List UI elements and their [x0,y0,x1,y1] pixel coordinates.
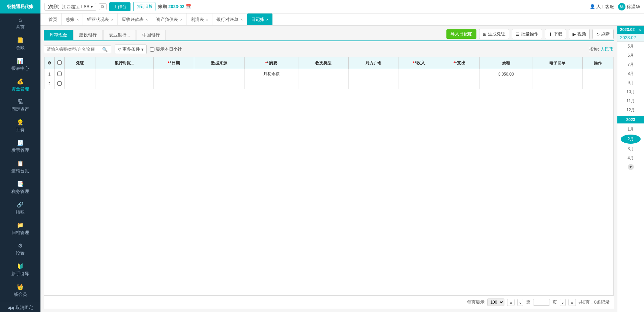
more-conditions-button[interactable]: ▽ 更多条件 ▾ [115,45,147,54]
row-checkbox[interactable] [55,69,65,79]
sidebar-item-label: 畅会员 [14,291,27,297]
per-page-select[interactable]: 100 50 200 [487,299,504,306]
batch-button[interactable]: ☰ 批量操作 [512,29,542,39]
col-action: 操作 [583,57,613,69]
tab-receivables[interactable]: 应收账款表 × [118,13,152,26]
video-button[interactable]: ▶ 视频 [569,29,590,39]
subtab-abc[interactable]: 农业银行... [103,30,136,40]
row-expense [439,69,480,79]
tab-journal[interactable]: 日记账 × [247,13,273,26]
gen-voucher-button[interactable]: ⊞ 生成凭证 [479,29,509,39]
show-today-checkbox-wrap[interactable]: 显示本日小计 [150,46,182,52]
date-month-8[interactable]: 8月 [617,69,644,78]
first-page-button[interactable]: « [507,299,514,306]
sidebar-item-assets[interactable]: 🏗 固定资产 [0,95,40,116]
date-month-3[interactable]: 3月 [617,144,644,153]
app-logo: 畅捷通易代账 [0,0,40,13]
row-counterpart [348,69,399,79]
download-button[interactable]: ⬇ 下载 [545,29,566,39]
customer-service[interactable]: 👤 人工客服 [590,4,614,10]
date-panel-close-button[interactable]: × [639,27,641,32]
close-icon[interactable]: × [146,18,148,22]
close-icon[interactable]: × [266,18,268,22]
row-checkbox[interactable] [55,79,65,89]
date-panel-prev[interactable]: 2023.02 [620,35,636,40]
date-month-7[interactable]: 7月 [617,60,644,69]
sidebar-item-settings[interactable]: ⚙ 设置 [0,239,40,260]
row-action[interactable] [583,79,613,89]
date-month-10[interactable]: 10月 [617,87,644,96]
show-today-checkbox[interactable] [150,47,154,52]
import-button[interactable]: 导入日记账 [446,29,476,39]
sidebar-item-archive[interactable]: 📁 归档管理 [0,219,40,239]
reports-icon: 📊 [17,58,24,64]
select-all-checkbox[interactable] [57,60,62,65]
row-action[interactable] [583,69,613,79]
col-checkbox[interactable] [55,57,65,69]
calendar-icon: 📅 [186,4,191,9]
company-selector[interactable]: (勿删）江西超宝-LSS ▾ [45,3,96,11]
sidebar-item-label: 发票管理 [11,147,29,153]
sidebar-item-guide[interactable]: 🔰 新手引导 [0,260,40,280]
search-icon[interactable]: 🔍 [102,47,108,52]
workbench-button[interactable]: 工作台 [109,2,130,11]
archive-icon: 📁 [17,222,24,228]
date-year-2023[interactable]: 2023 [617,116,644,123]
switch-button[interactable]: 切到旧版 [133,2,155,11]
close-icon[interactable]: × [77,18,79,22]
date-month-12[interactable]: 12月 [617,106,644,115]
date-month-11[interactable]: 11月 [617,96,644,106]
close-icon[interactable]: × [240,18,242,22]
total-records: 共0页，0条记录 [579,299,610,305]
sidebar-item-funds[interactable]: 💰 资金管理 [0,75,40,95]
sidebar-item-label: 归档管理 [11,230,29,236]
subtab-boc[interactable]: 中国银行 [137,30,166,40]
close-icon[interactable]: × [111,18,113,22]
sidebar-item-salary[interactable]: 👷 工资 [0,116,40,136]
close-icon[interactable]: × [206,18,208,22]
next-page-button[interactable]: › [560,299,566,306]
scroll-down-icon[interactable]: ▼ [628,164,634,170]
date-month-9[interactable]: 9月 [617,78,644,87]
tab-profit[interactable]: 利润表 × [187,13,212,26]
sidebar-item-tax[interactable]: 📑 税务管理 [0,177,40,198]
copy-button[interactable]: ⧉ [99,3,107,10]
sidebar-item-reports[interactable]: 📊 报表中心 [0,54,40,75]
sidebar-item-label: 总账 [16,45,25,51]
date-month-2-active[interactable]: 2月 [621,135,641,144]
refresh-button[interactable]: ↻ 刷新 [592,29,614,39]
date-month-6[interactable]: 6月 [617,51,644,60]
sub-tabs: 库存现金 建设银行 农业银行... 中国银行 导入日记账 ⊞ 生成凭证 ☰ 批量… [44,29,614,41]
date-month-1[interactable]: 1月 [617,125,644,134]
sidebar-item-ledger[interactable]: 📒 总账 [0,34,40,54]
user-profile[interactable]: 徐 徐温华 [618,3,640,10]
unpin-button[interactable]: ◀◀ 取消固定 [0,301,40,312]
tab-balance-sheet[interactable]: 资产负债表 × [152,13,186,26]
prev-page-button[interactable]: ‹ [517,299,523,306]
col-balance: 余额 [480,57,532,69]
row-income [399,69,439,79]
sidebar-item-sales-ledger[interactable]: 📋 进销台账 [0,157,40,177]
row-bank-account [95,69,154,79]
sales-ledger-icon: 📋 [17,160,24,167]
tab-home[interactable]: 首页 [45,13,62,26]
tab-bank-statement[interactable]: 银行对账单 × [212,13,247,26]
date-month-4[interactable]: 4月 [617,153,644,163]
currency-link[interactable]: 人民币 [601,46,614,52]
close-icon[interactable]: × [180,18,182,22]
sidebar-item-closing[interactable]: 🔗 结账 [0,198,40,219]
col-expense: **支出 [439,57,480,69]
date-month-5[interactable]: 5月 [617,42,644,51]
ledger-icon: 📒 [17,37,24,44]
page-input[interactable]: 1 [533,299,550,306]
tab-management-report[interactable]: 经营状况表 × [83,13,117,26]
tab-ledger[interactable]: 总账 × [62,13,83,26]
search-input[interactable] [47,47,101,52]
subtab-ccb[interactable]: 建设银行 [74,30,103,40]
sidebar-item-invoice[interactable]: 🧾 发票管理 [0,136,40,157]
last-page-button[interactable]: » [568,299,576,306]
sidebar-item-vip[interactable]: 👑 畅会员 [0,280,40,301]
col-settings[interactable]: ⚙ [45,57,55,69]
sidebar-item-home[interactable]: ⌂ 首页 [0,13,40,34]
subtab-cash[interactable]: 库存现金 [44,30,73,40]
